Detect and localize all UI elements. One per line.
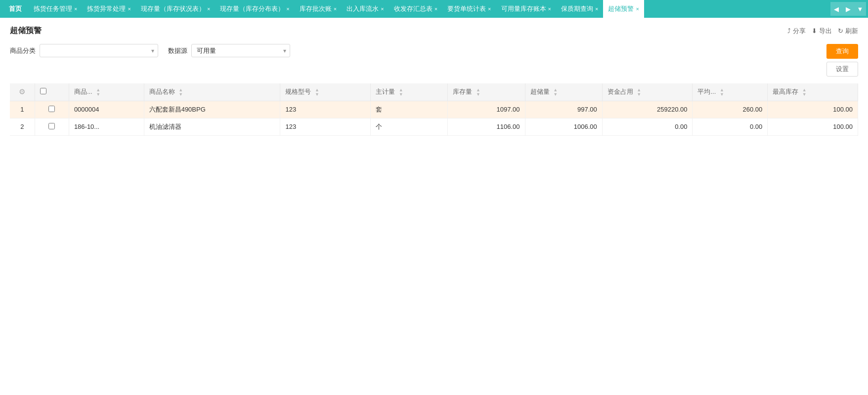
col-avg: 平均... ▲▼ xyxy=(693,83,768,101)
col-product-code: 商品... ▲▼ xyxy=(69,83,144,101)
page-content: 超储预警 ⤴ 分享 ⬇ 导出 ↻ 刷新 商品分类 xyxy=(0,18,868,395)
row-product-name: 机油滤清器 xyxy=(144,118,280,135)
row-stock: 1097.00 xyxy=(448,101,525,118)
settings-button[interactable]: 设置 xyxy=(826,62,858,77)
sort-spec-icon[interactable]: ▲▼ xyxy=(315,88,319,97)
nav-arrow-controls: ◀ ▶ ▼ xyxy=(830,2,866,16)
page-header: 超储预警 ⤴ 分享 ⬇ 导出 ↻ 刷新 xyxy=(10,26,858,36)
nav-inventory-dist[interactable]: 现存量（库存分布表） × xyxy=(215,0,294,18)
nav-more-button[interactable]: ▼ xyxy=(854,2,866,16)
close-inout-flow-icon[interactable]: × xyxy=(381,6,384,12)
close-shelf-life-icon[interactable]: × xyxy=(595,6,598,12)
export-button[interactable]: ⬇ 导出 xyxy=(812,27,832,36)
refresh-icon: ↻ xyxy=(838,27,843,35)
sort-stock-icon[interactable]: ▲▼ xyxy=(476,88,480,97)
row-max-stock: 100.00 xyxy=(768,118,858,135)
close-overstock-warning-icon[interactable]: × xyxy=(636,6,639,12)
refresh-button[interactable]: ↻ 刷新 xyxy=(838,27,858,36)
row-product-name: 六配套新昌490BPG xyxy=(144,101,280,118)
category-filter: 商品分类 xyxy=(10,44,158,57)
row-checkbox-cell xyxy=(35,118,69,135)
close-available-ledger-icon[interactable]: × xyxy=(548,6,551,12)
query-button[interactable]: 查询 xyxy=(826,44,858,59)
data-table: ⚙ 商品... ▲▼ 商品名称 ▲▼ 规格型号 ▲▼ 主计 xyxy=(10,83,858,136)
sort-avg-icon[interactable]: ▲▼ xyxy=(720,88,724,97)
nav-prev-button[interactable]: ◀ xyxy=(830,2,842,16)
sort-max-stock-icon[interactable]: ▲▼ xyxy=(802,88,807,97)
select-all-checkbox[interactable] xyxy=(40,88,46,94)
export-icon: ⬇ xyxy=(812,27,817,35)
top-navigation: 首页 拣货任务管理 × 拣货异常处理 × 现存量（库存状况表） × 现存量（库存… xyxy=(0,0,868,18)
share-icon: ⤴ xyxy=(787,27,791,35)
row-product-code: 186-10... xyxy=(69,118,144,135)
nav-recv-send-summary[interactable]: 收发存汇总表 × xyxy=(389,0,442,18)
col-product-name: 商品名称 ▲▼ xyxy=(144,83,280,101)
row-avg: 0.00 xyxy=(693,118,768,135)
row-overstock: 1006.00 xyxy=(525,118,602,135)
nav-next-button[interactable]: ▶ xyxy=(842,2,854,16)
nav-available-ledger[interactable]: 可用量库存账本 × xyxy=(496,0,556,18)
nav-shelf-life[interactable]: 保质期查询 × xyxy=(556,0,603,18)
category-select[interactable] xyxy=(40,44,158,57)
col-gear: ⚙ xyxy=(10,83,35,101)
row-max-stock: 100.00 xyxy=(768,101,858,118)
col-capital: 资金占用 ▲▼ xyxy=(602,83,693,101)
datasource-select[interactable]: 可用量 库存量 xyxy=(191,44,290,57)
col-checkbox xyxy=(35,83,69,101)
sort-product-code-icon[interactable]: ▲▼ xyxy=(96,88,100,97)
nav-inout-flow[interactable]: 出入库流水 × xyxy=(342,0,389,18)
nav-pick-task[interactable]: 拣货任务管理 × xyxy=(29,0,82,18)
row-checkbox[interactable] xyxy=(48,123,55,129)
col-overstock: 超储量 ▲▼ xyxy=(525,83,602,101)
table-row: 2 186-10... 机油滤清器 123 个 1106.00 1006.00 … xyxy=(10,118,858,135)
row-capital: 0.00 xyxy=(602,118,693,135)
col-spec: 规格型号 ▲▼ xyxy=(280,83,371,101)
row-unit: 个 xyxy=(371,118,448,135)
nav-overstock-warning[interactable]: 超储预警 × xyxy=(603,0,644,18)
category-label: 商品分类 xyxy=(10,46,36,55)
close-pick-task-icon[interactable]: × xyxy=(74,6,77,12)
row-capital: 259220.00 xyxy=(602,101,693,118)
row-stock: 1106.00 xyxy=(448,118,525,135)
page-title: 超储预警 xyxy=(10,26,42,36)
close-pick-exception-icon[interactable]: × xyxy=(128,6,130,12)
sort-overstock-icon[interactable]: ▲▼ xyxy=(553,88,558,97)
close-order-stats-icon[interactable]: × xyxy=(488,6,491,12)
filter-row: 商品分类 数据源 可用量 库存量 xyxy=(10,44,826,57)
datasource-filter: 数据源 可用量 库存量 xyxy=(168,44,290,57)
table-header: ⚙ 商品... ▲▼ 商品名称 ▲▼ 规格型号 ▲▼ 主计 xyxy=(10,83,858,101)
row-product-code: 0000004 xyxy=(69,101,144,118)
col-stock: 库存量 ▲▼ xyxy=(448,83,525,101)
table-gear-icon[interactable]: ⚙ xyxy=(19,87,25,96)
datasource-label: 数据源 xyxy=(168,46,187,55)
sort-capital-icon[interactable]: ▲▼ xyxy=(637,88,641,97)
nav-pick-exception[interactable]: 拣货异常处理 × xyxy=(82,0,135,18)
category-select-wrapper xyxy=(40,44,158,57)
row-spec: 123 xyxy=(280,118,371,135)
nav-order-stats[interactable]: 要货单统计表 × xyxy=(442,0,496,18)
sort-product-name-icon[interactable]: ▲▼ xyxy=(178,88,183,97)
row-index: 2 xyxy=(10,118,35,135)
row-overstock: 997.00 xyxy=(525,101,602,118)
close-batch-account-icon[interactable]: × xyxy=(334,6,337,12)
nav-home[interactable]: 首页 xyxy=(2,0,29,18)
close-inventory-dist-icon[interactable]: × xyxy=(286,6,289,12)
row-checkbox[interactable] xyxy=(48,106,55,112)
nav-batch-account[interactable]: 库存批次账 × xyxy=(295,0,342,18)
share-button[interactable]: ⤴ 分享 xyxy=(787,27,806,36)
page-actions: ⤴ 分享 ⬇ 导出 ↻ 刷新 xyxy=(787,27,858,36)
close-recv-send-summary-icon[interactable]: × xyxy=(434,6,437,12)
col-unit: 主计量 ▲▼ xyxy=(371,83,448,101)
table-body: 1 0000004 六配套新昌490BPG 123 套 1097.00 997.… xyxy=(10,101,858,135)
right-button-group: 查询 设置 xyxy=(826,44,858,77)
table-row: 1 0000004 六配套新昌490BPG 123 套 1097.00 997.… xyxy=(10,101,858,118)
row-checkbox-cell xyxy=(35,101,69,118)
row-spec: 123 xyxy=(280,101,371,118)
row-avg: 260.00 xyxy=(693,101,768,118)
datasource-select-wrapper: 可用量 库存量 xyxy=(191,44,290,57)
sort-unit-icon[interactable]: ▲▼ xyxy=(399,88,403,97)
row-index: 1 xyxy=(10,101,35,118)
col-max-stock: 最高库存 ▲▼ xyxy=(768,83,858,101)
close-inventory-status-icon[interactable]: × xyxy=(207,6,210,12)
nav-inventory-status[interactable]: 现存量（库存状况表） × xyxy=(136,0,215,18)
